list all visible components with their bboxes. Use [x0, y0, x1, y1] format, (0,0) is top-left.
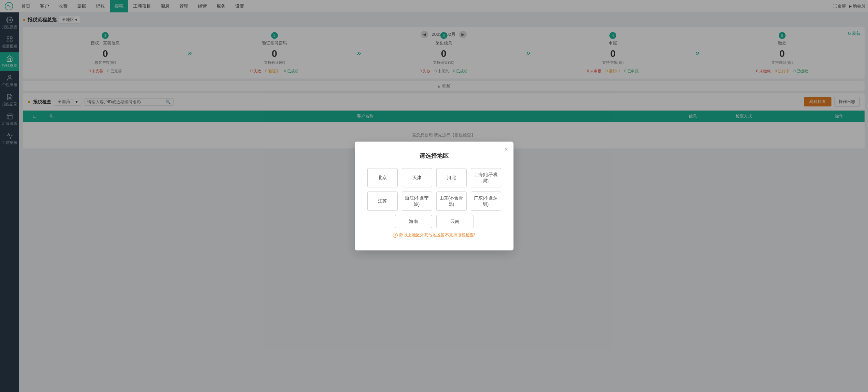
region-btn-shanghai[interactable]: 上海(电子税局) — [471, 168, 501, 187]
region-btn-guangdong[interactable]: 广东(不含深圳) — [471, 192, 501, 211]
warning-icon: ! — [393, 233, 398, 238]
region-select-modal: × 请选择地区 北京 天津 河北 上海(电子税局) 江苏 浙江(不含宁波) 山东… — [355, 142, 513, 250]
region-btn-shandong[interactable]: 山东(不含青岛) — [436, 192, 467, 211]
region-grid-row1: 北京 天津 河北 上海(电子税局) — [367, 168, 501, 187]
region-btn-zhejiang[interactable]: 浙江(不含宁波) — [402, 192, 432, 211]
warning-text: 除以上地区外其他地区暂不支持报税检查! — [399, 232, 475, 238]
region-btn-yunnan[interactable]: 云南 — [436, 215, 473, 228]
modal-close-btn[interactable]: × — [505, 146, 508, 153]
region-btn-hainan[interactable]: 海南 — [395, 215, 432, 228]
region-btn-hebei[interactable]: 河北 — [436, 168, 467, 187]
modal-warning: ! 除以上地区外其他地区暂不支持报税检查! — [367, 232, 501, 238]
region-btn-beijing[interactable]: 北京 — [367, 168, 398, 187]
region-btn-jiangsu[interactable]: 江苏 — [367, 192, 398, 211]
region-btn-tianjin[interactable]: 天津 — [402, 168, 432, 187]
region-grid-row3: 海南 云南 — [367, 215, 501, 228]
modal-title: 请选择地区 — [367, 152, 501, 160]
modal-overlay[interactable]: × 请选择地区 北京 天津 河北 上海(电子税局) 江苏 浙江(不含宁波) 山东… — [0, 0, 868, 392]
region-grid-row2: 江苏 浙江(不含宁波) 山东(不含青岛) 广东(不含深圳) — [367, 192, 501, 211]
